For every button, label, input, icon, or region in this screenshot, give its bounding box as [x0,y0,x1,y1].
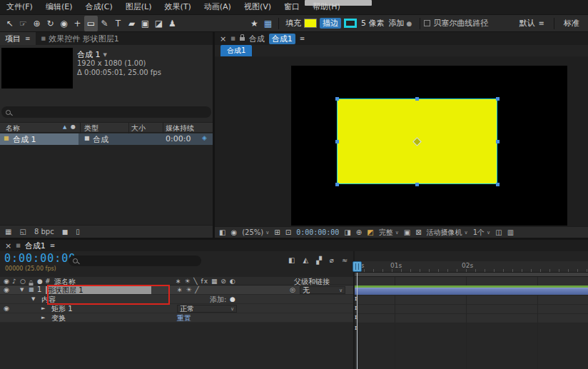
zoom-tool-icon[interactable]: ⊕ [30,16,44,31]
video-column-icon[interactable]: ◉ [4,278,9,285]
magnification-select[interactable]: (25%)∨ [242,228,269,236]
menu-edit[interactable]: 编辑(E) [39,0,79,14]
draft-3d-icon[interactable]: ◧ [288,256,295,264]
label-column-icon[interactable]: ● [37,278,43,285]
mask-visibility-icon[interactable]: ⊡ [285,228,291,236]
delete-icon[interactable]: ▯ [76,228,80,236]
rect-label[interactable]: 矩形 1 [51,304,73,314]
composition-panel-title[interactable]: 合成 [249,34,265,44]
handle-mid-left[interactable] [335,140,339,143]
layer-duration-bar[interactable] [355,288,588,295]
playhead-handle[interactable] [353,261,362,272]
interpret-footage-icon[interactable]: ▦ [5,228,11,236]
menu-effect[interactable]: 效果(T) [158,0,197,14]
handle-top-right[interactable] [496,97,500,101]
hand-tool[interactable]: ☞ [16,16,30,31]
timeline-timecode[interactable]: 0:00:00:00 [4,252,76,265]
lock-icon[interactable] [240,37,245,41]
camera-icon[interactable]: ◨ [344,228,350,236]
transform-expander[interactable]: ► [41,315,45,320]
handle-mid-right[interactable] [496,140,500,143]
menu-layer[interactable]: 图层(L) [119,0,158,14]
channels-icon[interactable]: ◩ [367,228,373,236]
handle-top-left[interactable] [335,97,339,101]
stroke-color-swatch[interactable] [344,19,357,28]
handle-bottom-left[interactable] [335,183,339,186]
exposure-icon[interactable]: ⊕ [356,228,362,236]
handle-bottom-center[interactable] [415,183,419,186]
layer-switches[interactable]: ∗ ☀ ╱ [177,286,200,293]
brush-tool[interactable]: ▰ [125,16,138,31]
contents-expander[interactable]: ▼ [31,296,35,302]
rectangle-group-row[interactable]: ◉ ► 矩形 1 正常∨ [0,304,355,313]
camera-tool[interactable]: ◉ [57,16,71,31]
grid-icon[interactable]: ▦ [261,16,275,31]
workspace-standard-label[interactable]: 标准 [564,18,579,29]
handle-bottom-right[interactable] [496,183,500,186]
column-media-duration[interactable]: 媒体持续 [166,123,194,133]
snapshot-icon[interactable]: ◧ [219,228,225,236]
timeline-ruler[interactable]: 0s 01s 02s [355,261,588,273]
stroke-width-value[interactable]: 5 像素 [361,18,385,29]
reset-exposure-icon[interactable]: ▥ [507,228,514,236]
puppet-pin-tool[interactable]: ♟ [166,16,179,31]
solo-column-icon[interactable]: ○ [20,278,26,285]
star-icon[interactable]: ★ [248,16,261,31]
layer-expander[interactable]: ▼ [20,287,24,293]
frame-blend-icon[interactable]: ▞ [316,256,322,264]
resolution-select[interactable]: 完整∨ [379,228,399,238]
parent-pickwhip-icon[interactable]: ◎ [290,286,295,293]
column-name[interactable]: 名称 [6,123,20,133]
viewer-tab-comp1[interactable]: 合成1 [220,45,252,56]
viewer-area[interactable] [215,56,588,226]
menu-composition[interactable]: 合成(C) [78,0,118,14]
label-column-icon[interactable]: ● [71,123,76,130]
transform-label[interactable]: 变换 [51,313,66,323]
clone-stamp-tool[interactable]: ▣ [138,16,152,31]
playhead-line[interactable] [357,273,358,369]
menu-view[interactable]: 视图(V) [238,0,278,14]
eraser-tool[interactable]: ◪ [152,16,166,31]
project-bit-depth[interactable]: 8 bpc [34,228,54,236]
bezier-path-checkbox[interactable] [424,20,430,26]
workspace-menu-icon[interactable]: ≡ [539,19,544,27]
sort-asc-icon[interactable]: ▲ [63,124,66,130]
pan-behind-tool[interactable]: + [71,16,84,31]
handle-top-center[interactable] [415,97,419,101]
menu-animation[interactable]: 动画(A) [198,0,238,14]
flowchart-icon[interactable]: ◫ [495,228,502,236]
selection-tool[interactable]: ↖ [3,16,16,31]
transform-reset-link[interactable]: 重置 [177,313,191,323]
fill-color-swatch[interactable] [304,19,317,28]
viewer-timecode[interactable]: 0:00:00:00 [296,228,339,236]
tab-project[interactable]: 项目 ≡ [0,32,36,45]
graph-editor-icon[interactable]: ≈ [342,256,348,264]
rect-expander[interactable]: ► [41,305,45,311]
composition-stage[interactable] [291,66,567,226]
shy-icon[interactable]: ◭ [303,256,308,264]
grid-guides-icon[interactable]: ⊞ [274,228,280,236]
tab-effect-controls[interactable]: ■ 效果控件 形状图层1 [36,34,125,44]
menu-file[interactable]: 文件(F) [0,0,39,14]
camera-select[interactable]: 活动摄像机∨ [427,228,468,238]
pen-tool[interactable]: ✎ [98,16,111,31]
audio-column-icon[interactable]: ♪ [12,278,16,285]
workspace-preset-label[interactable]: 默认 [519,18,535,29]
type-tool[interactable]: T [111,16,125,31]
project-row-comp1[interactable]: ■ 合成 1 ■ 合成 0:00:0 ◈ [0,133,213,145]
panel-menu-icon[interactable]: ≡ [25,35,31,42]
fill-label[interactable]: 填充 [285,18,301,29]
add-label[interactable]: 添加 [389,18,405,29]
menu-window[interactable]: 窗口 [278,0,306,14]
active-comp-name[interactable]: 合成1 [269,34,295,44]
layer-label-chip[interactable]: ■ [29,286,34,293]
rotation-tool[interactable]: ↻ [44,16,57,31]
blend-mode-select[interactable]: 正常∨ [177,305,237,313]
transparency-grid-icon[interactable]: ⊠ [415,228,421,236]
rectangle-tool[interactable]: ▭ [84,16,98,31]
column-size[interactable]: 大小 [131,123,146,133]
roi-icon[interactable]: ▣ [404,228,410,236]
track-area-empty[interactable] [355,323,588,369]
rect-visibility-eye[interactable]: ◉ [4,305,9,312]
switches-column-icons[interactable]: ∗ ☀ ╲ fx ▦ ⊘ ◐ [176,278,236,285]
